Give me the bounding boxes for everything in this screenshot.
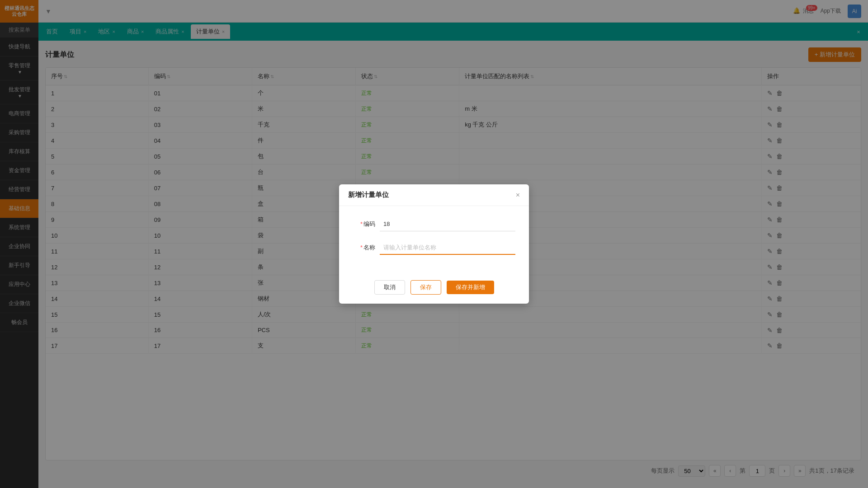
code-label: *编码	[353, 220, 375, 228]
modal-title: 新增计量单位	[348, 191, 389, 199]
modal-overlay: 新增计量单位 × *编码 *名称 取消 保存 保存并新增	[0, 0, 868, 488]
cancel-button[interactable]: 取消	[374, 280, 405, 295]
form-row-name: *名称	[353, 240, 515, 255]
code-input[interactable]	[380, 217, 515, 231]
modal-footer: 取消 保存 保存并新增	[339, 275, 529, 304]
form-row-code: *编码	[353, 217, 515, 231]
modal-body: *编码 *名称	[339, 206, 529, 275]
name-label: *名称	[353, 244, 375, 252]
modal-header: 新增计量单位 ×	[339, 184, 529, 206]
save-button[interactable]: 保存	[410, 280, 441, 295]
name-input[interactable]	[380, 240, 515, 255]
modal-close-button[interactable]: ×	[516, 192, 520, 199]
save-and-new-button[interactable]: 保存并新增	[447, 281, 494, 294]
add-unit-modal: 新增计量单位 × *编码 *名称 取消 保存 保存并新增	[339, 184, 529, 304]
